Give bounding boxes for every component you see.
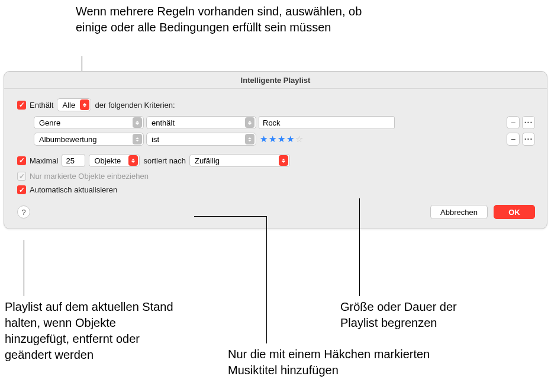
callout-line: [359, 198, 360, 296]
star-outline-icon: ☆: [295, 134, 304, 144]
star-icon: ★: [260, 134, 269, 144]
limit-value-text: 25: [66, 156, 74, 165]
rule-value-text: Rock: [263, 118, 281, 127]
chevron-updown-icon: [133, 134, 142, 144]
rule-row: Genre enthält Rock − ···: [34, 116, 535, 129]
match-mode-value: Alle: [62, 101, 78, 110]
dialog-body: Enthält Alle der folgenden Kriterien: Ge…: [4, 89, 547, 229]
callout-live-update: Playlist auf dem aktuellen Stand halten,…: [5, 299, 182, 363]
chevron-updown-icon: [245, 134, 254, 144]
rule-value-input[interactable]: Rock: [259, 116, 395, 129]
star-icon: ★: [286, 134, 295, 144]
callout-limit: Größe oder Dauer der Playlist begrenzen: [340, 299, 494, 331]
rule-op-value: ist: [152, 135, 243, 144]
smart-playlist-dialog: Intelligente Playlist Enthält Alle der f…: [4, 71, 547, 229]
help-button[interactable]: ?: [17, 205, 30, 219]
remove-rule-button[interactable]: −: [507, 133, 520, 146]
limit-value-input[interactable]: 25: [62, 154, 85, 167]
star-icon: ★: [278, 134, 286, 144]
remove-rule-button[interactable]: −: [507, 116, 520, 129]
rule-op-value: enthält: [152, 118, 243, 127]
match-label: Enthält: [30, 101, 53, 110]
match-mode-popup[interactable]: Alle: [57, 98, 91, 111]
limit-unit-popup[interactable]: Objekte: [89, 154, 140, 167]
limit-checkbox[interactable]: [17, 156, 26, 165]
limit-unit-value: Objekte: [94, 156, 126, 165]
match-checkbox[interactable]: [17, 101, 26, 110]
rule-op-popup[interactable]: ist: [146, 133, 256, 146]
chevron-updown-icon: [133, 117, 142, 128]
limit-row: Maximal 25 Objekte sortiert nach Zufälli…: [17, 154, 535, 167]
rule-more-button[interactable]: ···: [522, 116, 535, 129]
callout-line: [24, 240, 24, 296]
callout-only-checked: Nur die mit einem Häkchen markierten Mus…: [228, 346, 453, 378]
only-checked-row: Nur markierte Objekte einbeziehen: [17, 172, 535, 181]
rules-list: Genre enthält Rock − ··· Albumbewertung: [34, 116, 535, 146]
star-icon: ★: [269, 134, 278, 144]
dialog-footer: ? Abbrechen OK: [17, 205, 535, 219]
rule-more-button[interactable]: ···: [522, 133, 535, 146]
rule-field-value: Genre: [39, 118, 130, 127]
limit-sort-label: sortiert nach: [143, 156, 186, 165]
chevron-updown-icon: [80, 99, 89, 110]
limit-label: Maximal: [30, 156, 58, 165]
rule-field-popup[interactable]: Albumbewertung: [34, 133, 144, 146]
callout-line: [194, 216, 267, 217]
callout-match-mode: Wenn mehrere Regeln vorhanden sind, ausw…: [76, 4, 378, 36]
rule-row: Albumbewertung ist ★ ★ ★ ★ ☆ − ···: [34, 133, 535, 146]
dialog-title: Intelligente Playlist: [4, 72, 547, 89]
rule-stars-input[interactable]: ★ ★ ★ ★ ☆: [259, 133, 395, 146]
callout-line: [266, 216, 267, 343]
chevron-updown-icon: [245, 117, 254, 128]
footer-buttons: Abbrechen OK: [430, 205, 535, 219]
rule-field-popup[interactable]: Genre: [34, 116, 144, 129]
live-update-label: Automatisch aktualisieren: [30, 185, 117, 194]
only-checked-label: Nur markierte Objekte einbeziehen: [30, 172, 149, 181]
live-update-row: Automatisch aktualisieren: [17, 185, 535, 194]
limit-sort-popup[interactable]: Zufällig: [189, 154, 290, 167]
chevron-updown-icon: [128, 155, 138, 166]
cancel-button[interactable]: Abbrechen: [430, 205, 488, 219]
only-checked-checkbox[interactable]: [17, 172, 26, 181]
rule-op-popup[interactable]: enthält: [146, 116, 256, 129]
live-update-checkbox[interactable]: [17, 185, 26, 194]
match-suffix: der folgenden Kriterien:: [95, 101, 175, 110]
ok-button[interactable]: OK: [494, 205, 535, 219]
limit-sort-value: Zufällig: [195, 156, 276, 165]
rule-field-value: Albumbewertung: [39, 135, 130, 144]
chevron-updown-icon: [279, 155, 288, 166]
match-row: Enthält Alle der folgenden Kriterien:: [17, 98, 535, 111]
